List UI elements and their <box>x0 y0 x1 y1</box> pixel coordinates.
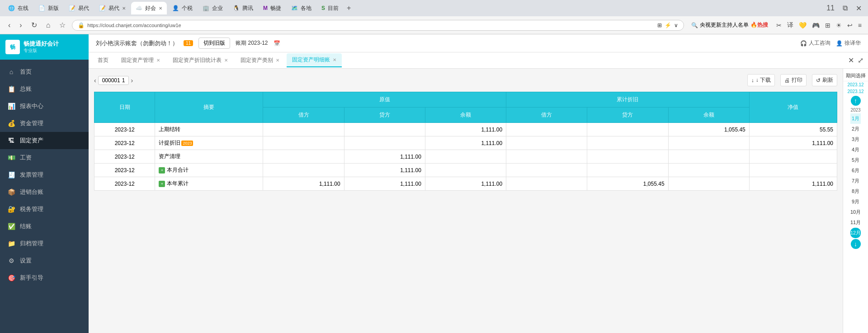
col-sub-orig-debit: 借方 <box>263 108 344 123</box>
back-button[interactable]: ‹ <box>5 20 13 30</box>
sidebar-item-label: 归档管理 <box>20 239 43 248</box>
table-cell-summary: 资产清理 <box>155 150 263 164</box>
period-month-item[interactable]: 4月 <box>850 145 861 155</box>
menu-icon[interactable]: ≡ <box>857 21 863 30</box>
app-header: 刘小艳演示账套（勿删勿动！） 11 切到旧版 账期 2023-12 📅 🎧 人工… <box>89 34 868 52</box>
period-month-item[interactable]: 8月 <box>850 186 861 197</box>
browser-tab-gedi[interactable]: 🗺️ 各地 <box>287 2 316 14</box>
period-month-item[interactable]: 7月 <box>850 176 861 186</box>
close-window-button[interactable]: ✕ <box>853 3 864 14</box>
period-month-item[interactable]: 5月 <box>850 155 861 165</box>
period-down-button[interactable]: ↓ <box>851 239 861 249</box>
expand-tab-button[interactable]: ⤢ <box>857 55 864 66</box>
col-header-net-value: 净值 <box>749 92 837 123</box>
tab-asset-detail-ledger[interactable]: 固定资产明细账 ✕ <box>287 53 342 67</box>
main-panel: ‹ 000001 1 › ↓ ↓ 下载 🖨 <box>89 69 843 333</box>
period-month-item[interactable]: 12月 <box>850 228 861 238</box>
wallet-icon[interactable]: 💛 <box>798 21 807 30</box>
tab-fixed-assets-management[interactable]: 固定资产管理 ✕ <box>116 54 165 67</box>
bookmark-button[interactable]: ☆ <box>57 20 68 30</box>
browser-tab-changjie[interactable]: M 畅捷 <box>259 2 286 14</box>
address-bar[interactable]: 🔒 https://cloud.chanjet.com/accounting/u… <box>72 20 684 31</box>
sidebar-item-guide[interactable]: 🎯 新手引导 <box>0 269 89 286</box>
sidebar-item-payroll[interactable]: 💵 工资 <box>0 149 89 166</box>
next-arrow-button[interactable]: › <box>131 77 133 84</box>
period-month-item[interactable]: 6月 <box>850 165 861 176</box>
tab-close-icon[interactable]: ✕ <box>159 6 162 11</box>
user-button[interactable]: 👤 徐译华 <box>836 39 861 47</box>
tab-close-icon[interactable]: ✕ <box>333 57 336 62</box>
period-month-item[interactable]: 10月 <box>850 207 861 217</box>
translate-icon[interactable]: 译 <box>786 20 794 30</box>
refresh-icon: ↺ <box>816 77 821 84</box>
tab-close-icon[interactable]: ✕ <box>276 58 279 63</box>
switch-version-button[interactable]: 切到旧版 <box>198 38 230 49</box>
sidebar-item-general-ledger[interactable]: 📋 总账 <box>0 80 89 98</box>
page-num: 1 <box>122 77 125 84</box>
period-up-button[interactable]: ↑ <box>851 96 861 106</box>
sidebar-item-funds[interactable]: 💰 资金管理 <box>0 115 89 132</box>
sidebar-item-archive[interactable]: 📁 归档管理 <box>0 235 89 252</box>
reload-button[interactable]: ↻ <box>28 20 40 30</box>
payroll-icon: 💵 <box>7 154 15 162</box>
tab-close-icon[interactable]: ✕ <box>224 58 228 63</box>
game-icon[interactable]: 🎮 <box>811 21 821 30</box>
tab-home[interactable]: 首页 <box>92 54 114 67</box>
table-cell-summary: 上期结转 <box>155 123 263 136</box>
period-month-item[interactable]: 9月 <box>850 197 861 207</box>
browser-tab-haohui[interactable]: ☁️ 好会 ✕ <box>131 2 167 14</box>
minimize-button[interactable]: 11 <box>824 3 837 13</box>
table-row: 2023-12+本月合计1,111.00 <box>94 164 837 177</box>
table-cell <box>749 150 837 164</box>
lightning-icon: ⚡ <box>665 22 671 28</box>
prev-arrow-button[interactable]: ‹ <box>94 77 96 84</box>
period-month-item[interactable]: 1月 <box>850 113 861 124</box>
browser-tab-online[interactable]: 🌐 在线 <box>4 2 33 14</box>
sidebar-item-label: 税务管理 <box>20 205 43 213</box>
print-button[interactable]: 🖨 打印 <box>780 74 807 86</box>
sidebar-item-settings[interactable]: ⚙ 设置 <box>0 252 89 269</box>
period-year: 2023 <box>850 107 860 113</box>
tab-asset-category[interactable]: 固定资产类别 ✕ <box>235 54 285 67</box>
period-panel: 期间选择 2023.12 2023.12 ↑ 2023 1月2月3月4月5月6月… <box>843 69 868 333</box>
sidebar-item-reports[interactable]: 📊 报表中心 <box>0 98 89 115</box>
col-header-accumulated-depreciation: 累计折旧 <box>506 92 750 108</box>
sidebar-item-fixed-assets[interactable]: 🏗 固定资产 <box>0 132 89 149</box>
browser-tab-geshui[interactable]: 👤 个税 <box>168 2 197 14</box>
forward-button[interactable]: › <box>17 20 24 30</box>
table-cell <box>506 136 587 150</box>
scissors-icon[interactable]: ✂ <box>775 21 783 30</box>
brightness-icon[interactable]: ☀ <box>835 21 843 30</box>
tab-depreciation-table[interactable]: 固定资产折旧统计表 ✕ <box>167 54 233 67</box>
browser-tab-yidai2[interactable]: 📝 易代 ✕ <box>94 2 130 14</box>
sidebar-item-tax[interactable]: 🔐 税务管理 <box>0 201 89 218</box>
tab-close-icon[interactable]: ✕ <box>122 6 126 11</box>
browser-tab-muqian[interactable]: S 目前 <box>317 2 343 14</box>
dropdown-icon[interactable]: ∨ <box>674 22 678 28</box>
tab-close-icon[interactable]: ✕ <box>156 58 160 63</box>
browser-tab-new[interactable]: 📄 新版 <box>34 2 63 14</box>
browser-tab-tencent[interactable]: 🐧 腾讯 <box>228 2 258 14</box>
browser-tab-qiye[interactable]: 🏢 企业 <box>198 2 227 14</box>
period-month-item[interactable]: 11月 <box>850 217 861 228</box>
tab-icon: 🗺️ <box>291 5 298 11</box>
sidebar-item-closing[interactable]: ✅ 结账 <box>0 218 89 235</box>
history-back-icon[interactable]: ↩ <box>846 21 854 30</box>
restore-button[interactable]: ⧉ <box>840 3 850 13</box>
help-button[interactable]: 🎧 人工咨询 <box>800 39 830 47</box>
browser-tab-yidai1[interactable]: 📝 易代 <box>64 2 94 14</box>
home-button[interactable]: ⌂ <box>43 20 53 30</box>
refresh-button[interactable]: ↺ 刷新 <box>812 74 837 86</box>
period-month-item[interactable]: 2月 <box>850 124 861 134</box>
sidebar-item-home[interactable]: ⌂ 首页 <box>0 63 89 80</box>
sidebar-item-purchase-sales[interactable]: 📦 进销台账 <box>0 183 89 201</box>
new-tab-button[interactable]: + <box>344 3 354 13</box>
tab-icon: 🐧 <box>233 5 240 11</box>
period-label: 账期 2023-12 <box>236 39 268 47</box>
close-tab-button[interactable]: ✕ <box>847 55 855 66</box>
sidebar-item-invoice[interactable]: 🧾 发票管理 <box>0 166 89 183</box>
table-cell <box>668 177 749 191</box>
grid-icon[interactable]: ⊞ <box>824 21 831 30</box>
download-button[interactable]: ↓ ↓ 下载 <box>747 74 775 86</box>
period-month-item[interactable]: 3月 <box>850 134 861 145</box>
